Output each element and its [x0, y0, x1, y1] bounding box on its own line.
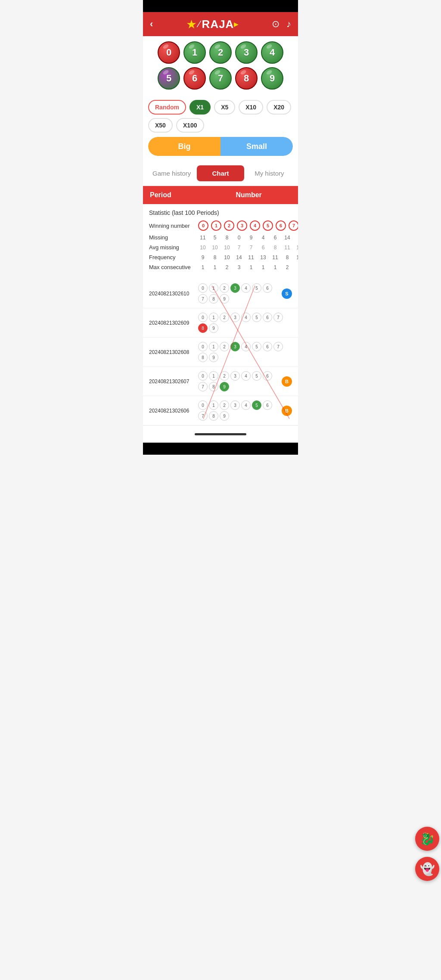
tab-chart[interactable]: Chart	[197, 165, 244, 181]
ball-1[interactable]: 1	[183, 41, 206, 64]
game-rows: 20240821302610 0 1 2 3 4 5 6 7 8 9 S 202…	[143, 279, 298, 425]
n4-3: 3	[230, 371, 240, 381]
n2-4: 4	[241, 313, 251, 322]
ball-8[interactable]: 8	[235, 67, 258, 90]
frequency-values: 9 8 10 14 11 13 11 8 10 6	[198, 254, 298, 261]
mc-6: 1	[270, 264, 280, 270]
ball-5[interactable]: 5	[158, 67, 180, 90]
n1-6: 6	[263, 283, 272, 293]
game-row-2: 20240821302609 0 1 2 3 4 5 6 7 8 9	[143, 308, 298, 338]
multiplier-section: Random X1 X5 X10 X20 X50 X100	[143, 96, 298, 137]
n1-5: 5	[252, 283, 261, 293]
logo-star: ★	[186, 17, 197, 31]
mc-1: 1	[210, 264, 220, 270]
n1-4: 4	[241, 283, 251, 293]
x5-button[interactable]: X5	[214, 100, 235, 115]
freq-3: 14	[234, 254, 244, 261]
small-button[interactable]: Small	[220, 137, 293, 156]
ball-9[interactable]: 9	[261, 67, 283, 90]
period-4: 20240821302607	[149, 378, 196, 385]
badge-1: S	[282, 288, 292, 299]
n4-0: 0	[198, 371, 208, 381]
n4-7: 7	[198, 382, 208, 391]
missing-4: 9	[246, 235, 256, 241]
avg-missing-row: Avg missing 10 10 10 7 7 6 8 11 11 13	[149, 244, 292, 251]
n2-8: 8	[198, 323, 208, 333]
n1-7: 7	[198, 294, 208, 304]
wn-7: 7	[289, 220, 298, 231]
n5-4: 4	[241, 400, 251, 410]
wn-0: 0	[198, 220, 208, 231]
numbers-5: 0 1 2 3 4 5 6 7 8 9	[198, 400, 278, 421]
ball-7[interactable]: 7	[209, 67, 232, 90]
wn-4: 4	[250, 220, 260, 231]
ball-3[interactable]: 3	[235, 41, 258, 64]
n4-9: 9	[220, 382, 229, 391]
missing-label: Missing	[149, 234, 196, 241]
mc-2: 2	[222, 264, 232, 270]
x10-button[interactable]: X10	[239, 100, 263, 115]
ball-6[interactable]: 6	[183, 67, 206, 90]
game-rows-wrapper: 20240821302610 0 1 2 3 4 5 6 7 8 9 S 202…	[143, 279, 298, 425]
music-icon[interactable]: ♪	[286, 19, 291, 30]
avg-1: 10	[210, 245, 220, 251]
ball-4[interactable]: 4	[261, 41, 283, 64]
n4-6: 6	[263, 371, 272, 381]
back-button[interactable]: ‹	[150, 19, 153, 30]
missing-8: 1	[295, 235, 298, 241]
numbers-2: 0 1 2 3 4 5 6 7 8 9	[198, 313, 292, 333]
big-button[interactable]: Big	[148, 137, 220, 156]
ball-2[interactable]: 2	[209, 41, 232, 64]
winning-number-label: Winning number	[149, 223, 196, 229]
n3-9: 9	[209, 353, 218, 362]
n2-0: 0	[198, 313, 208, 322]
n1-8: 8	[209, 294, 218, 304]
freq-7: 8	[283, 254, 292, 261]
n3-0: 0	[198, 342, 208, 351]
tab-my-history[interactable]: My history	[246, 165, 293, 181]
avg-6: 8	[270, 245, 280, 251]
freq-5: 13	[258, 254, 268, 261]
missing-3: 0	[234, 235, 244, 241]
x50-button[interactable]: X50	[148, 118, 173, 133]
game-row-3: 20240821302608 0 1 2 3 4 5 6 7 8 9	[143, 338, 298, 367]
mc-8: 3	[295, 264, 298, 270]
avg-4: 7	[246, 245, 256, 251]
x1-button[interactable]: X1	[189, 100, 211, 115]
numbers-3: 0 1 2 3 4 5 6 7 8 9	[198, 342, 292, 362]
freq-8: 10	[295, 254, 298, 261]
tab-game-history[interactable]: Game history	[148, 165, 195, 181]
x20-button[interactable]: X20	[267, 100, 291, 115]
n3-7: 7	[273, 342, 283, 351]
home-indicator	[195, 433, 246, 435]
n5-5: 5	[252, 400, 261, 410]
wn-6: 6	[276, 220, 286, 231]
avg-7: 11	[283, 245, 292, 251]
frequency-row: Frequency 9 8 10 14 11 13 11 8 10 6	[149, 254, 292, 261]
logo-text: RAJA	[202, 18, 234, 31]
max-consecutive-row: Max consecutive 1 1 2 3 1 1 1 2 3 1	[149, 264, 292, 270]
n1-2: 2	[220, 283, 229, 293]
header-icons: ⊙ ♪	[272, 19, 291, 30]
n2-3: 3	[230, 313, 240, 322]
mc-4: 1	[246, 264, 256, 270]
freq-4: 11	[246, 254, 256, 261]
period-header: Period	[150, 191, 206, 199]
random-button[interactable]: Random	[148, 100, 186, 115]
big-small-bar: Big Small	[148, 137, 293, 156]
missing-5: 4	[258, 235, 268, 241]
headset-icon[interactable]: ⊙	[272, 19, 280, 30]
n2-1: 1	[209, 313, 218, 322]
numbers-1: 0 1 2 3 4 5 6 7 8 9	[198, 283, 278, 304]
ball-0[interactable]: 0	[158, 41, 180, 64]
freq-0: 9	[198, 254, 208, 261]
game-row-4: 20240821302607 0 1 2 3 4 5 6 7 8 9 B	[143, 367, 298, 396]
x100-button[interactable]: X100	[176, 118, 204, 133]
avg-0: 10	[198, 245, 208, 251]
missing-1: 5	[210, 235, 220, 241]
n4-2: 2	[220, 371, 229, 381]
n1-3: 3	[230, 283, 240, 293]
wn-1: 1	[211, 220, 221, 231]
n3-3: 3	[230, 342, 240, 351]
missing-6: 6	[270, 235, 280, 241]
